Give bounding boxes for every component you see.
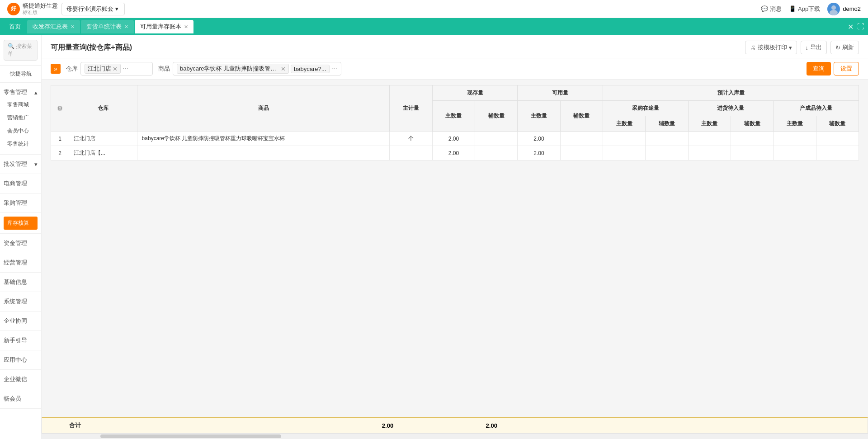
- table-row: 1 江北门店 babycare学饮杯 儿童防摔防撞吸管杯重力球吸嘴杯宝宝水杯 个…: [51, 132, 859, 146]
- th-unit: 主计量: [390, 85, 432, 132]
- app-download-button[interactable]: 📱 App下载: [789, 5, 820, 13]
- footer-cell-empty-5: [519, 421, 567, 430]
- cell-pur-transit-main-0: [603, 132, 646, 146]
- logo-area: 好 畅捷通好生意 标准版: [7, 2, 58, 15]
- footer-available-main: 2.00: [464, 421, 519, 430]
- query-button[interactable]: 查询: [807, 62, 831, 76]
- warehouse-label: 仓库: [66, 65, 78, 73]
- footer-cell-empty-8: [665, 421, 713, 430]
- chevron-down-icon-print: ▾: [789, 44, 792, 51]
- th-purchase-transit-aux: 辅数量: [646, 116, 688, 132]
- top-bar: 好 畅捷通好生意 标准版 母婴行业演示账套 ▾ 💬 消息 📱 App下载 dem…: [0, 0, 868, 18]
- footer-cell-empty-10: [762, 421, 810, 430]
- scrollbar-thumb[interactable]: [100, 434, 281, 438]
- svg-point-1: [830, 10, 838, 15]
- sidebar-section-retail: 零售管理 ▴ 零售商城 营销推广 会员中心 零售统计: [0, 83, 41, 155]
- product-tag-1-remove[interactable]: ✕: [281, 66, 286, 72]
- maximize-icon[interactable]: ⛶: [857, 23, 864, 31]
- sidebar-item-retail-stats[interactable]: 零售统计: [4, 137, 38, 151]
- cell-prod-pend-main-0: [774, 132, 816, 146]
- chevron-down-icon: ▾: [115, 5, 118, 12]
- th-product-pending-group: 产成品待入量: [774, 101, 859, 116]
- cell-avail-main-0: 2.00: [518, 132, 560, 146]
- sidebar-section-system: 系统管理: [0, 292, 41, 312]
- industry-selector[interactable]: 母婴行业演示账套 ▾: [61, 3, 125, 15]
- warehouse-tag-remove[interactable]: ✕: [113, 66, 118, 72]
- tab-close-receipt-summary[interactable]: ✕: [71, 24, 75, 30]
- settings-button[interactable]: 设置: [834, 62, 859, 76]
- sidebar-section-header-basic[interactable]: 基础信息: [4, 276, 38, 288]
- message-icon: 💬: [761, 5, 768, 12]
- sidebar-section-header-finance[interactable]: 资金管理: [4, 237, 38, 249]
- tab-order-stats[interactable]: 要货单统计表 ✕: [81, 20, 134, 33]
- logo-text: 畅捷通好生意 标准版: [23, 2, 58, 15]
- footer-cell-empty-11: [810, 421, 859, 430]
- sidebar: 🔍 搜索菜单 快捷导航 零售管理 ▴ 零售商城 营销推广 会员中心 零售统计 批…: [0, 35, 42, 439]
- sidebar-section-header-retail[interactable]: 零售管理 ▴: [4, 86, 38, 98]
- footer-table: 合计 2.00 2.00: [51, 421, 859, 430]
- refresh-button[interactable]: ↻ 刷新: [830, 41, 859, 54]
- th-current-stock-group: 现存量: [432, 85, 518, 101]
- sidebar-section-header-new-guide[interactable]: 新手引导: [4, 335, 38, 346]
- sidebar-item-marketing[interactable]: 营销推广: [4, 111, 38, 124]
- filter-expand-button[interactable]: »: [51, 64, 61, 74]
- main-layout: 🔍 搜索菜单 快捷导航 零售管理 ▴ 零售商城 营销推广 会员中心 零售统计 批…: [0, 35, 868, 439]
- tab-available-stock[interactable]: 可用量库存账本 ✕: [135, 20, 193, 33]
- cell-goods-pend-main-1: [688, 146, 731, 160]
- tab-close-available-stock[interactable]: ✕: [184, 24, 188, 30]
- footer-cell-empty-7: [616, 421, 665, 430]
- cell-goods-pend-main-0: [688, 132, 731, 146]
- settings-icon[interactable]: ⚙: [57, 105, 63, 112]
- sidebar-section-header-app-center[interactable]: 应用中心: [4, 354, 38, 366]
- sidebar-item-inventory-check[interactable]: 库存核算: [4, 217, 38, 230]
- message-button[interactable]: 💬 消息: [761, 5, 782, 13]
- footer-cell-empty-2: [138, 421, 318, 430]
- sidebar-section-header-business[interactable]: 经营管理: [4, 257, 38, 269]
- horizontal-scrollbar[interactable]: [42, 434, 868, 439]
- th-product: 商品: [137, 85, 390, 132]
- cell-prod-pend-main-1: [774, 146, 816, 160]
- warehouse-input[interactable]: 江北门店 ✕ ···: [80, 62, 153, 76]
- th-goods-pending-main: 主数量: [688, 116, 731, 132]
- sidebar-section-header-purchase[interactable]: 采购管理: [4, 197, 38, 209]
- product-input[interactable]: babycare学饮杯 儿童防摔防撞吸管杯重力球吸嘴杯宝宝水杯 ✕ babyca…: [173, 62, 341, 76]
- print-template-button[interactable]: 🖨 按模板打印 ▾: [745, 41, 797, 54]
- warehouse-tag: 江北门店 ✕: [85, 64, 121, 74]
- filter-warehouse-field: 仓库 江北门店 ✕ ···: [66, 62, 153, 76]
- username-label: demo2: [843, 5, 861, 12]
- svg-point-0: [831, 5, 836, 10]
- th-settings[interactable]: ⚙: [51, 85, 69, 132]
- product-more-icon[interactable]: ···: [331, 65, 337, 73]
- th-forecast-group: 预计入库量: [603, 85, 859, 101]
- cell-pur-transit-aux-0: [646, 132, 688, 146]
- warehouse-more-icon[interactable]: ···: [123, 65, 128, 73]
- close-window-icon[interactable]: ✕: [848, 23, 854, 31]
- footer-cell-empty-4: [415, 421, 464, 430]
- tab-close-order-stats[interactable]: ✕: [124, 24, 128, 30]
- export-button[interactable]: ↓ 导出: [801, 41, 827, 54]
- logo-icon: 好: [7, 3, 20, 15]
- sidebar-search-area: 🔍 搜索菜单: [0, 35, 41, 66]
- sidebar-section-header-wholesale[interactable]: 批发管理 ▾: [4, 158, 38, 170]
- sidebar-section-header-member-plus[interactable]: 畅会员: [4, 393, 38, 405]
- tab-receipt-summary[interactable]: 收发存汇总表 ✕: [27, 20, 80, 33]
- phone-icon: 📱: [789, 5, 796, 12]
- table-footer: 合计 2.00 2.00: [42, 417, 868, 434]
- top-bar-right: 💬 消息 📱 App下载 demo2: [761, 3, 861, 15]
- sidebar-section-header-ent-wechat[interactable]: 企业微信: [4, 373, 38, 385]
- filter-bar: » 仓库 江北门店 ✕ ··· 商品 babycare学饮杯 儿童防摔防撞吸管杯…: [42, 58, 868, 80]
- cell-unit-0: 个: [390, 132, 432, 146]
- sidebar-section-header-ecommerce[interactable]: 电商管理: [4, 178, 38, 189]
- user-avatar-area[interactable]: demo2: [827, 3, 861, 15]
- sidebar-item-retail-mall[interactable]: 零售商城: [4, 98, 38, 111]
- sidebar-item-members[interactable]: 会员中心: [4, 124, 38, 137]
- cell-product-1: [137, 146, 390, 160]
- sidebar-search-button[interactable]: 🔍 搜索菜单: [4, 40, 38, 61]
- tab-home[interactable]: 首页: [4, 20, 26, 33]
- sidebar-section-inventory: 库存核算: [0, 213, 41, 234]
- export-icon: ↓: [806, 44, 809, 51]
- sidebar-section-header-system[interactable]: 系统管理: [4, 296, 38, 307]
- sidebar-section-purchase: 采购管理: [0, 194, 41, 213]
- sidebar-item-quick-nav[interactable]: 快捷导航: [0, 66, 41, 83]
- sidebar-section-header-enterprise[interactable]: 企业协同: [4, 315, 38, 327]
